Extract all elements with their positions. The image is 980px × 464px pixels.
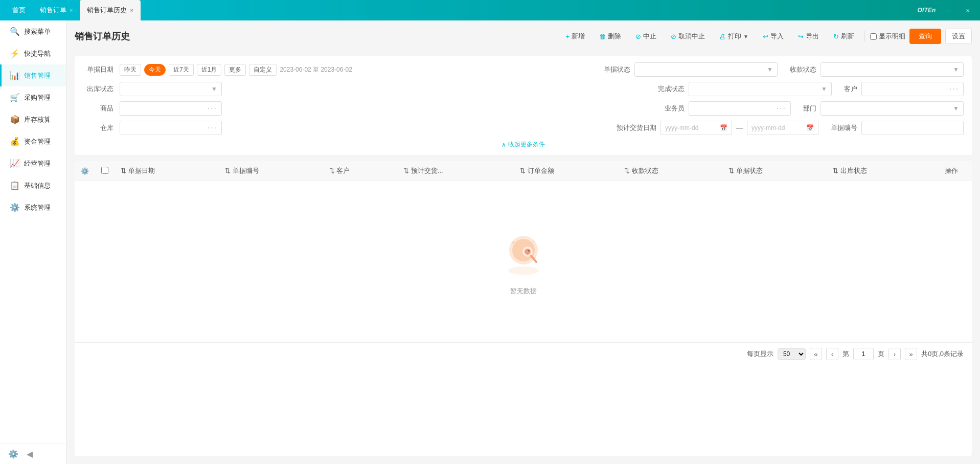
salesperson-input[interactable]: ···: [689, 101, 791, 116]
refresh-btn[interactable]: ↻ 刷新: [828, 29, 859, 43]
next-page-btn[interactable]: ›: [888, 348, 901, 360]
table-header-row: ⚙️ ⇅ 单据日期 ⇅ 单据编号: [75, 161, 972, 181]
show-detail-checkbox-label[interactable]: 显示明细: [870, 32, 905, 41]
warehouse-input[interactable]: ···: [120, 121, 222, 135]
payment-status-label: 收款状态: [790, 65, 816, 74]
customer-input[interactable]: ···: [861, 82, 964, 96]
date-1month-btn[interactable]: 近1月: [197, 64, 222, 76]
sidebar-item-sales[interactable]: 📊 销售管理: [0, 64, 66, 86]
product-dots-btn[interactable]: ···: [208, 104, 217, 113]
window-close-btn[interactable]: ×: [961, 4, 975, 17]
bill-number-input[interactable]: [861, 121, 964, 135]
department-filter: 部门 ▼: [803, 101, 964, 116]
tab-home[interactable]: 首页: [5, 0, 33, 20]
table-settings-icon[interactable]: ⚙️: [81, 167, 89, 175]
empty-state-illustration: [498, 227, 549, 278]
filter-row-3: 商品 ··· 业务员 ··· 部门: [83, 101, 964, 116]
product-input[interactable]: ···: [120, 101, 222, 116]
gear-icon: ⚙️: [10, 203, 20, 212]
brand-text: OfTEn: [917, 7, 936, 14]
sidebar-collapse-icon[interactable]: ◀: [27, 449, 33, 459]
sidebar-item-finance[interactable]: 💰 资金管理: [0, 130, 66, 152]
date-today-btn[interactable]: 今天: [144, 64, 166, 76]
warehouse-dots-btn[interactable]: ···: [208, 123, 217, 132]
sidebar-item-search[interactable]: 🔍 搜索菜单: [0, 20, 66, 42]
table-settings-th[interactable]: ⚙️: [75, 161, 95, 181]
th-customer[interactable]: ⇅ 客户: [323, 161, 397, 181]
th-number[interactable]: ⇅ 单据编号: [219, 161, 323, 181]
th-amount[interactable]: ⇅ 订单金额: [514, 161, 618, 181]
customer-label: 客户: [844, 84, 857, 94]
sidebar-settings-icon[interactable]: ⚙️: [8, 449, 18, 459]
department-select[interactable]: ▼: [821, 101, 964, 116]
date-more-btn[interactable]: 更多: [224, 64, 246, 76]
empty-state-row: 暂无数据: [75, 181, 972, 342]
sidebar-item-purchase[interactable]: 🛒 采购管理: [0, 86, 66, 108]
date-yesterday-btn[interactable]: 昨天: [120, 64, 141, 76]
last-page-btn[interactable]: »: [905, 348, 917, 360]
tab-sales-order-history[interactable]: 销售订单历史 ×: [80, 0, 140, 20]
cancel-stop-btn[interactable]: ⊘ 取消中止: [666, 29, 710, 43]
svg-point-8: [533, 241, 534, 242]
delete-icon: 🗑: [599, 33, 606, 40]
import-btn[interactable]: ↩ 导入: [758, 29, 789, 43]
sidebar-item-operations[interactable]: 📈 经营管理: [0, 152, 66, 174]
import-icon: ↩: [763, 33, 768, 40]
date-7days-btn[interactable]: 近7天: [169, 64, 194, 76]
window-minimize-btn[interactable]: —: [940, 4, 956, 17]
delivery-date-from-input[interactable]: yyyy-mm-dd 📅: [660, 121, 732, 135]
sidebar-item-basic-info[interactable]: 📋 基础信息: [0, 174, 66, 196]
calendar-from-icon[interactable]: 📅: [720, 124, 727, 131]
settings-btn[interactable]: 设置: [945, 29, 972, 44]
lightning-icon: ⚡: [10, 49, 20, 58]
th-date[interactable]: ⇅ 单据日期: [115, 161, 219, 181]
show-detail-checkbox[interactable]: [870, 33, 877, 40]
bill-status-select[interactable]: ▼: [634, 62, 778, 77]
top-right: OfTEn — ×: [917, 4, 975, 17]
prev-page-btn[interactable]: ‹: [826, 348, 838, 360]
new-btn[interactable]: + 新增: [561, 29, 590, 43]
chevron-down-icon: ▼: [767, 66, 773, 73]
collapse-up-icon: ∧: [502, 141, 506, 148]
date-label: 单据日期: [83, 65, 113, 74]
page-input[interactable]: [853, 348, 874, 360]
stock-status-select[interactable]: ▼: [120, 82, 222, 96]
last-page-icon: »: [909, 350, 913, 358]
delivery-date-to-input[interactable]: yyyy-mm-dd 📅: [747, 121, 818, 135]
tab-sales-order-history-close[interactable]: ×: [130, 7, 133, 13]
th-stock-status[interactable]: ⇅ 出库状态: [827, 161, 931, 181]
stop-btn[interactable]: ⊘ 中止: [630, 29, 662, 43]
first-page-btn[interactable]: «: [810, 348, 822, 360]
th-payment-status[interactable]: ⇅ 收款状态: [618, 161, 722, 181]
tab-sales-order[interactable]: 销售订单 ×: [33, 0, 80, 20]
th-delivery[interactable]: ⇅ 预计交货...: [397, 161, 514, 181]
table-checkbox-th[interactable]: [95, 161, 115, 181]
salesperson-label: 业务员: [665, 104, 685, 113]
payment-status-select[interactable]: ▼: [821, 62, 964, 77]
operations-icon: 📈: [10, 159, 20, 168]
calendar-to-icon[interactable]: 📅: [806, 124, 814, 131]
customer-dots-btn[interactable]: ···: [949, 84, 959, 94]
collapse-row: ∧ 收起更多条件: [83, 140, 964, 149]
sidebar-item-inventory[interactable]: 📦 库存核算: [0, 108, 66, 130]
export-btn[interactable]: ↪ 导出: [793, 29, 824, 43]
per-page-select[interactable]: 50 10 20 100: [778, 348, 806, 360]
th-bill-status[interactable]: ⇅ 单据状态: [722, 161, 827, 181]
content-area: 销售订单历史 + 新增 🗑 删除 ⊘ 中止 ⊘ 取消中止: [66, 20, 980, 464]
delete-btn[interactable]: 🗑 删除: [594, 29, 626, 43]
filter-row-4: 仓库 ··· 预计交货日期 yyyy-mm-dd 📅 — yyyy-m: [83, 121, 964, 135]
sidebar-item-quick-nav[interactable]: ⚡ 快捷导航: [0, 42, 66, 64]
salesperson-dots-btn[interactable]: ···: [777, 104, 786, 113]
sidebar-item-system[interactable]: ⚙️ 系统管理: [0, 196, 66, 218]
select-all-checkbox[interactable]: [101, 167, 108, 174]
collapse-btn[interactable]: ∧ 收起更多条件: [502, 140, 545, 149]
date-custom-btn[interactable]: 自定义: [249, 64, 277, 76]
complete-status-select[interactable]: ▼: [689, 82, 832, 96]
right-filters-row4: 预计交货日期 yyyy-mm-dd 📅 — yyyy-mm-dd 📅 单据编号: [617, 121, 964, 135]
query-btn[interactable]: 查询: [909, 29, 941, 44]
print-btn[interactable]: 🖨 打印 ▼: [714, 29, 754, 43]
department-label: 部门: [803, 104, 816, 113]
stop-icon: ⊘: [635, 33, 641, 40]
date-filter: 昨天 今天 近7天 近1月 更多 自定义 2023-06-02 至 2023-0…: [120, 64, 352, 76]
tab-sales-order-close[interactable]: ×: [70, 7, 73, 13]
